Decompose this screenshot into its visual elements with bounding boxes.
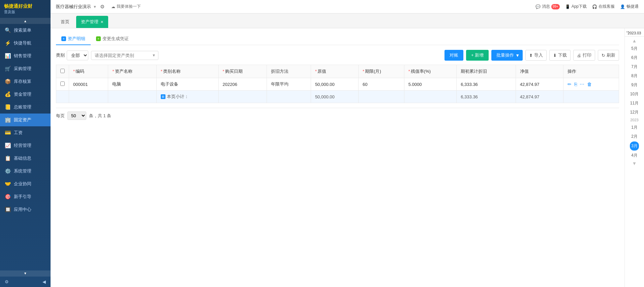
user-area[interactable]: 👤 畅捷通 xyxy=(620,4,639,9)
delete-icon[interactable]: 🗑 xyxy=(587,82,592,87)
asset-table: *编码*资产名称*类别名称*购买日期折旧方法*原值*期限(月)*残值率(%)期初… xyxy=(56,65,619,103)
sidebar-item-app-center[interactable]: 🔲应用中心 xyxy=(0,203,51,216)
month-item-10月[interactable]: 10月 xyxy=(629,90,640,99)
sidebar-icon-enterprise: 🤝 xyxy=(5,181,11,187)
sidebar-item-general-ledger[interactable]: 📒总账管理 xyxy=(0,101,51,114)
edit-icon[interactable]: ✏ xyxy=(568,82,572,87)
category-input[interactable] xyxy=(91,51,158,60)
sidebar: 畅捷通好业财 普及版 ▲ 🔍搜索菜单⚡快捷导航📊销售管理🛒采购管理📦库存核算💰资… xyxy=(0,0,51,287)
settings-gear-icon[interactable]: ⚙ xyxy=(100,4,104,10)
sidebar-scroll-up[interactable]: ▲ xyxy=(0,18,51,24)
subtotal-residual_rate xyxy=(404,91,456,103)
sidebar-icon-fund: 💰 xyxy=(5,91,11,97)
subtotal-name-cell xyxy=(108,91,156,103)
tab-asset-management[interactable]: 资产管理 ✕ xyxy=(76,16,108,28)
sidebar-item-basic-info[interactable]: 📋基础信息 xyxy=(0,152,51,165)
pagination: 每页 102050100 条，共 1 条 xyxy=(56,108,619,120)
download-button[interactable]: ⬇ 下载 xyxy=(549,50,571,61)
sidebar-icon-search-menu: 🔍 xyxy=(5,27,11,33)
app-download-btn[interactable]: 📱 App下载 xyxy=(565,4,587,9)
sidebar-nav: 🔍搜索菜单⚡快捷导航📊销售管理🛒采购管理📦库存核算💰资金管理📒总账管理🏢固定资产… xyxy=(0,24,51,270)
month-curr-2月[interactable]: 2月 xyxy=(628,132,641,141)
more-icon[interactable]: ⋯ xyxy=(580,82,584,87)
sidebar-collapse-icon[interactable]: ◀ xyxy=(42,279,46,284)
month-item-5月[interactable]: 5月 xyxy=(629,44,640,53)
refresh-button[interactable]: ↻ 刷新 xyxy=(598,50,619,61)
tab-close-icon[interactable]: ✕ xyxy=(100,20,103,24)
subtotal-check-cell xyxy=(56,91,69,103)
sidebar-item-system-mgmt[interactable]: ⚙️系统管理 xyxy=(0,165,51,178)
per-page-select[interactable]: 102050100 xyxy=(67,111,86,120)
sidebar-label-general-ledger: 总账管理 xyxy=(14,104,31,110)
tab-home[interactable]: 首页 xyxy=(56,16,74,28)
sidebar-item-sales[interactable]: 📊销售管理 xyxy=(0,50,51,62)
sidebar-item-enterprise[interactable]: 🤝企业协同 xyxy=(0,178,51,190)
row-checkbox[interactable] xyxy=(60,82,65,86)
toolbar: 类别 全部 ▼ 对账 + 新增 批量 xyxy=(56,50,619,61)
month-curr-4月[interactable]: 4月 xyxy=(628,151,641,160)
month-curr-3月[interactable]: 3月 xyxy=(630,141,639,151)
mobile-icon: 📱 xyxy=(565,4,570,9)
online-service-btn[interactable]: 🎧 在线客服 xyxy=(592,4,615,9)
batch-button[interactable]: 批量操作 ▼ xyxy=(491,50,523,61)
month-curr-1月[interactable]: 1月 xyxy=(628,123,641,132)
sidebar-scroll-down[interactable]: ▼ xyxy=(0,270,51,276)
table-col-initial_accumulated: 期初累计折旧 xyxy=(457,65,516,78)
sidebar-settings-icon[interactable]: ⚙ xyxy=(5,279,9,284)
curr-year-label: 2023 xyxy=(629,117,640,123)
month-item-7月[interactable]: 7月 xyxy=(629,62,640,71)
sidebar-item-payroll[interactable]: 💳工资 xyxy=(0,126,51,139)
subtotal-initial-accumulated: 6,333.36 xyxy=(457,91,516,103)
month-item-11月[interactable]: 11月 xyxy=(629,99,640,108)
app-logo: 畅捷通好业财 普及版 xyxy=(0,0,51,18)
copy-icon[interactable]: ⎘ xyxy=(574,82,577,87)
sidebar-label-business-mgmt: 经营管理 xyxy=(14,142,31,149)
import-label: 导入 xyxy=(534,52,543,58)
tabbar: 首页 资产管理 ✕ xyxy=(51,13,644,28)
sidebar-item-purchase[interactable]: 🛒采购管理 xyxy=(0,62,51,75)
sidebar-item-search-menu[interactable]: 🔍搜索菜单 xyxy=(0,24,51,37)
panel-scroll-down-icon[interactable]: ▼ xyxy=(632,160,638,167)
topbar-right: 💬 消息 99+ 📱 App下载 🎧 在线客服 👤 畅捷通 xyxy=(535,4,639,9)
sidebar-label-enterprise: 企业协同 xyxy=(14,181,31,187)
cell-net_value: 42,874.97 xyxy=(516,78,563,91)
panel-scroll-up-icon[interactable]: ▲ xyxy=(632,37,638,44)
subtotal-label-cell: ⊞本页小计： xyxy=(156,91,218,103)
cell-purchase_date: 202206 xyxy=(218,78,267,91)
new-label: + 新增 xyxy=(471,52,484,58)
new-button[interactable]: + 新增 xyxy=(466,50,489,61)
sidebar-icon-business-mgmt: 📈 xyxy=(5,142,11,149)
asset-tab-label: 资产管理 xyxy=(81,19,98,25)
month-item-6月[interactable]: 6月 xyxy=(629,53,640,62)
sidebar-item-inventory[interactable]: 📦库存核算 xyxy=(0,75,51,88)
sidebar-item-business-mgmt[interactable]: 📈经营管理 xyxy=(0,139,51,152)
select-all-checkbox[interactable] xyxy=(60,69,65,73)
subtotal-code-cell xyxy=(69,91,108,103)
sub-tab-asset-detail[interactable]: ≡ 资产明细 xyxy=(56,33,91,45)
sidebar-item-fixed-assets[interactable]: 🏢固定资产 xyxy=(0,114,51,126)
toolbar-right: 对账 + 新增 批量操作 ▼ ⬆ 导入 ⬇ 下载 xyxy=(444,50,619,61)
subtotal-period xyxy=(358,91,404,103)
print-button[interactable]: 🖨 打印 xyxy=(573,50,595,61)
panel-expand-icon[interactable]: ⇔ xyxy=(626,30,629,34)
subtotal-icon: ⊞ xyxy=(161,94,165,99)
import-button[interactable]: ⬆ 导入 xyxy=(525,50,547,61)
sidebar-item-fund[interactable]: 💰资金管理 xyxy=(0,88,51,101)
table-header: *编码*资产名称*类别名称*购买日期折旧方法*原值*期限(月)*残值率(%)期初… xyxy=(56,65,619,78)
print-label: 打印 xyxy=(583,52,591,58)
month-item-12月[interactable]: 12月 xyxy=(629,108,640,117)
sidebar-item-quick-nav[interactable]: ⚡快捷导航 xyxy=(0,37,51,50)
category-select[interactable]: 全部 xyxy=(67,51,88,60)
table-col-period: *期限(月) xyxy=(358,65,404,78)
month-item-8月[interactable]: 8月 xyxy=(629,71,640,81)
sidebar-item-tutorial[interactable]: 🎯新手引导 xyxy=(0,190,51,203)
reconcile-button[interactable]: 对账 xyxy=(444,50,463,61)
sidebar-icon-general-ledger: 📒 xyxy=(5,104,11,110)
sub-tab-voucher[interactable]: ≡ 变更生成凭证 xyxy=(91,33,134,45)
message-btn[interactable]: 💬 消息 99+ xyxy=(535,4,560,9)
subtotal-net-value: 42,874.97 xyxy=(516,91,563,103)
month-item-9月[interactable]: 9月 xyxy=(629,81,640,90)
trial-label[interactable]: 我要体验一下 xyxy=(117,4,141,9)
sidebar-label-tutorial: 新手引导 xyxy=(14,194,31,200)
print-icon: 🖨 xyxy=(577,53,581,58)
